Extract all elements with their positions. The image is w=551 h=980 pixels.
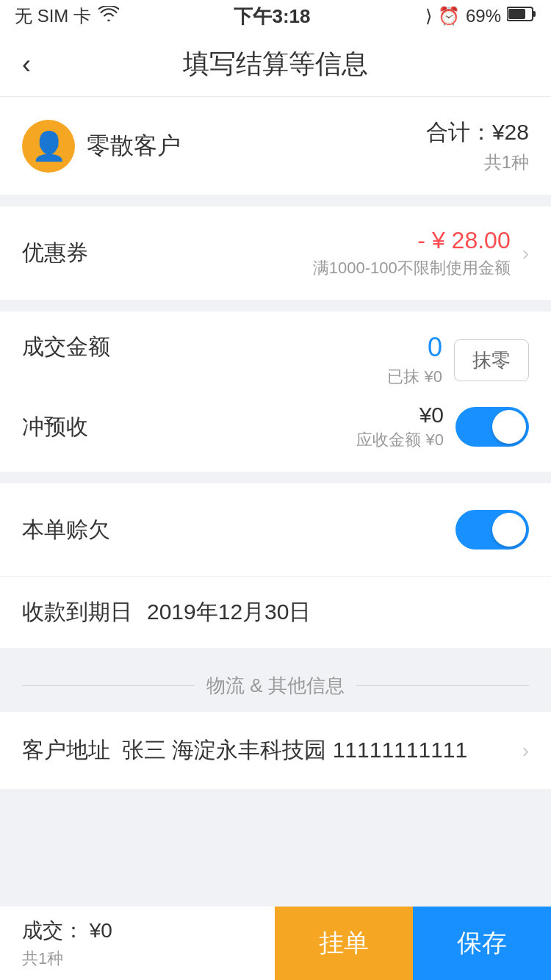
customer-name: 零散客户 <box>87 130 181 162</box>
address-left: 客户地址 张三 海淀永丰科技园 11111111111 <box>22 735 467 765</box>
bottom-transaction-value: ¥0 <box>90 919 112 942</box>
prepayment-amount: ¥0 <box>356 403 444 428</box>
transaction-row: 成交金额 0 已抹 ¥0 抹零 <box>0 311 551 395</box>
status-right: ⟩ ⏰ 69% <box>425 6 536 26</box>
bottom-info: 成交： ¥0 共1种 <box>0 907 275 980</box>
bottom-transaction: 成交： ¥0 <box>22 917 253 945</box>
debt-row: 本单赊欠 <box>0 483 551 576</box>
prepayment-desc: 应收金额 ¥0 <box>356 429 444 451</box>
sim-signal: 无 SIM 卡 <box>15 4 91 28</box>
amount-block: 0 已抹 ¥0 <box>387 332 442 388</box>
logistics-line-left <box>22 685 195 686</box>
logistics-line-right <box>356 685 529 686</box>
back-button[interactable]: ‹ <box>22 49 31 80</box>
prepayment-toggle[interactable] <box>455 407 529 447</box>
debt-toggle-knob <box>492 513 526 547</box>
pending-button[interactable]: 挂单 <box>275 907 413 980</box>
address-value: 张三 海淀永丰科技园 11111111111 <box>122 735 467 765</box>
bottom-bar: 成交： ¥0 共1种 挂单 保存 <box>0 907 551 980</box>
customer-section: 👤 零散客户 合计：¥28 共1种 <box>0 97 551 195</box>
prepayment-label: 冲预收 <box>22 412 88 442</box>
page-title: 填写结算等信息 <box>183 46 368 82</box>
coupon-row[interactable]: 优惠券 - ¥ 28.00 满1000-100不限制使用金额 › <box>0 206 551 300</box>
toggle-knob <box>492 410 526 444</box>
customer-info: 👤 零散客户 <box>22 120 181 173</box>
already-offset: 已抹 ¥0 <box>387 366 442 388</box>
transaction-section: 成交金额 0 已抹 ¥0 抹零 冲预收 ¥0 应收金额 ¥0 <box>0 311 551 472</box>
location-icon: ⟩ <box>425 6 432 26</box>
customer-right: 合计：¥28 共1种 <box>426 118 529 174</box>
avatar-icon: 👤 <box>32 130 66 162</box>
due-date-row: 收款到期日 2019年12月30日 <box>0 576 551 648</box>
address-row[interactable]: 客户地址 张三 海淀永丰科技园 11111111111 › <box>0 712 551 789</box>
logistics-header: 物流 & 其他信息 <box>0 660 551 712</box>
alarm-icon: ⏰ <box>438 6 460 26</box>
debt-toggle[interactable] <box>455 510 529 550</box>
address-label: 客户地址 <box>22 735 110 765</box>
due-date-label: 收款到期日 <box>22 597 132 627</box>
coupon-amount: - ¥ 28.00 <box>313 227 511 254</box>
coupon-desc: 满1000-100不限制使用金额 <box>313 257 511 279</box>
coupon-value-block: - ¥ 28.00 满1000-100不限制使用金额 <box>313 227 511 279</box>
transaction-label: 成交金额 <box>22 332 110 362</box>
prepayment-row: 冲预收 ¥0 应收金额 ¥0 <box>0 395 551 472</box>
battery-icon <box>507 6 536 26</box>
due-date-value[interactable]: 2019年12月30日 <box>147 597 311 627</box>
bottom-count: 共1种 <box>22 948 253 970</box>
transaction-value[interactable]: 0 <box>387 332 442 363</box>
transaction-right: 0 已抹 ¥0 抹零 <box>387 332 529 388</box>
prepayment-right: ¥0 应收金额 ¥0 <box>356 403 529 451</box>
customer-row: 👤 零散客户 合计：¥28 共1种 <box>0 97 551 195</box>
svg-rect-2 <box>508 9 525 19</box>
round-off-button[interactable]: 抹零 <box>454 339 529 381</box>
chevron-right-icon: › <box>522 242 529 265</box>
prepayment-value-block: ¥0 应收金额 ¥0 <box>356 403 444 451</box>
avatar: 👤 <box>22 120 75 173</box>
coupon-right: - ¥ 28.00 满1000-100不限制使用金额 › <box>313 227 529 279</box>
status-bar: 无 SIM 卡 下午3:18 ⟩ ⏰ 69% <box>0 0 551 32</box>
nav-bar: ‹ 填写结算等信息 <box>0 32 551 97</box>
coupon-label: 优惠券 <box>22 238 88 268</box>
status-left: 无 SIM 卡 <box>15 4 119 28</box>
debt-label: 本单赊欠 <box>22 515 110 545</box>
debt-section: 本单赊欠 收款到期日 2019年12月30日 <box>0 483 551 648</box>
total-count: 共1种 <box>426 151 529 174</box>
bottom-transaction-label: 成交： <box>22 919 84 942</box>
logistics-label: 物流 & 其他信息 <box>206 673 345 699</box>
total-amount: 合计：¥28 <box>426 118 529 148</box>
coupon-section: 优惠券 - ¥ 28.00 满1000-100不限制使用金额 › <box>0 206 551 300</box>
battery-percent: 69% <box>466 6 501 26</box>
wifi-icon <box>98 6 119 26</box>
status-time: 下午3:18 <box>234 4 310 29</box>
svg-rect-1 <box>533 11 536 17</box>
save-button[interactable]: 保存 <box>413 907 551 980</box>
address-chevron-icon: › <box>522 739 529 763</box>
address-section: 客户地址 张三 海淀永丰科技园 11111111111 › <box>0 712 551 789</box>
